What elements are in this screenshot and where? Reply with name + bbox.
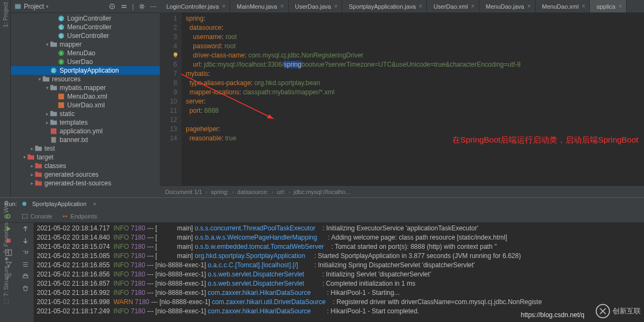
soft-wrap-icon[interactable] bbox=[22, 249, 29, 256]
web-tool-label[interactable]: ⊕ Web bbox=[2, 201, 9, 219]
tab-menudao-java[interactable]: MenuDao.java× bbox=[479, 0, 536, 12]
tree-node-banner-txt[interactable]: banner.txt bbox=[11, 136, 160, 144]
run-tabs: Console Endpoints bbox=[0, 210, 644, 223]
svg-rect-36 bbox=[35, 173, 42, 177]
run-header: Run: SportplayApplication × bbox=[0, 198, 644, 210]
editor-tabs[interactable]: LoginController.java×MainMenu.java×UserD… bbox=[160, 0, 644, 13]
tree-node-generated-test-sources[interactable]: ▸generated-test-sources bbox=[11, 179, 160, 188]
close-icon[interactable]: × bbox=[419, 3, 422, 9]
breadcrumb[interactable]: Document 1/1›spring:›datasource:›url:›jd… bbox=[160, 185, 644, 197]
annotation-text: 在SpringBoot后端运行启动类，启动后端SpringBoot bbox=[452, 135, 638, 144]
tab-sportplayapplication-java[interactable]: SportplayApplication.java× bbox=[342, 0, 427, 12]
tree-node-mybatis-mapper[interactable]: ▾mybatis.mapper bbox=[11, 83, 160, 92]
scroll-icon[interactable] bbox=[22, 261, 29, 268]
print-icon[interactable] bbox=[22, 273, 29, 280]
tree-node-templates[interactable]: ▸templates bbox=[11, 118, 160, 127]
collapse-icon[interactable] bbox=[120, 3, 128, 10]
hide-icon[interactable]: — bbox=[150, 3, 157, 10]
close-icon[interactable]: × bbox=[582, 3, 585, 9]
svg-text:I: I bbox=[61, 51, 62, 55]
close-icon[interactable]: × bbox=[281, 3, 284, 9]
tree-node-sportplayapplication[interactable]: CSportplayApplication bbox=[11, 66, 160, 75]
close-icon[interactable]: × bbox=[334, 3, 337, 9]
svg-rect-24 bbox=[50, 112, 57, 117]
tree-node-application-yml[interactable]: application.yml bbox=[11, 127, 160, 136]
crumb-3[interactable]: url: bbox=[277, 189, 285, 195]
svg-rect-27 bbox=[50, 120, 53, 121]
structure-tool-label[interactable]: ⬚ 7: Structure bbox=[2, 266, 9, 305]
tree-node-menucontroller[interactable]: CMenuController bbox=[11, 23, 160, 31]
tree-node-menudao-xml[interactable]: MenuDao.xml bbox=[11, 92, 160, 101]
crumb-2[interactable]: datasource: bbox=[237, 189, 268, 195]
tree-node-logincontroller[interactable]: CLoginController bbox=[11, 14, 160, 23]
svg-rect-49 bbox=[174, 56, 177, 57]
tree-node-generated-sources[interactable]: ▸generated-sources bbox=[11, 170, 160, 179]
left-tool-strip: ⊕ Web ★ 2: Favorites ⬚ 7: Structure bbox=[0, 201, 11, 305]
svg-rect-25 bbox=[50, 111, 53, 113]
run-config-icon[interactable] bbox=[21, 201, 28, 207]
sidebar-header: Project ▾ | — bbox=[11, 0, 160, 13]
svg-point-3 bbox=[141, 5, 143, 7]
tab-userdao-xml[interactable]: UserDao.xml× bbox=[427, 0, 479, 12]
svg-text:C: C bbox=[60, 17, 62, 21]
svg-text:C: C bbox=[60, 34, 62, 38]
tree-node-test[interactable]: ▸test bbox=[11, 144, 160, 153]
tab-menudao-xml[interactable]: MenuDao.xml× bbox=[536, 0, 590, 12]
svg-rect-61 bbox=[23, 275, 28, 278]
target-icon[interactable] bbox=[108, 3, 116, 10]
tree-node-target[interactable]: ▾target bbox=[11, 153, 160, 162]
tab-userdao-java[interactable]: UserDao.java× bbox=[289, 0, 342, 12]
svg-text:C: C bbox=[60, 25, 62, 29]
svg-rect-26 bbox=[50, 121, 57, 125]
bulb-icon[interactable] bbox=[172, 51, 179, 59]
close-icon[interactable]: × bbox=[619, 3, 622, 9]
crumb-1[interactable]: spring: bbox=[211, 189, 229, 195]
svg-text:C: C bbox=[52, 69, 55, 73]
project-tool-label[interactable]: 1: Project bbox=[2, 2, 9, 27]
svg-rect-23 bbox=[58, 102, 64, 108]
console-log[interactable]: 2021-05-02 20:18:14.717 INFO 7180 --- [ … bbox=[34, 223, 644, 322]
gear-icon[interactable] bbox=[138, 3, 146, 10]
tree-node-userdao-xml[interactable]: UserDao.xml bbox=[11, 101, 160, 110]
project-sidebar: Project ▾ | — CLoginControllerCMenuContr… bbox=[11, 0, 160, 197]
trash-icon[interactable] bbox=[22, 285, 29, 292]
crumb-0[interactable]: Document 1/1 bbox=[165, 189, 202, 195]
close-icon[interactable]: × bbox=[222, 3, 225, 9]
svg-rect-32 bbox=[28, 156, 34, 160]
tree-node-classes[interactable]: ▸classes bbox=[11, 162, 160, 170]
svg-point-2 bbox=[112, 5, 113, 7]
tab-mainmenu-java[interactable]: MainMenu.java× bbox=[230, 0, 288, 12]
svg-rect-20 bbox=[50, 86, 57, 91]
log-line: 2021-05-02 20:18:15.085 INFO 7180 --- [ … bbox=[37, 252, 644, 261]
sidebar-title: Project bbox=[24, 3, 44, 10]
dropdown-icon[interactable]: ▾ bbox=[46, 4, 49, 9]
crumb-4[interactable]: jdbc:mysql://localho... bbox=[294, 189, 350, 195]
down-icon[interactable] bbox=[22, 237, 29, 244]
editor-area: LoginController.java×MainMenu.java×UserD… bbox=[160, 0, 644, 197]
code-editor[interactable]: 在SpringBoot后端运行启动类，启动后端SpringBoot spring… bbox=[181, 13, 644, 185]
close-icon[interactable]: × bbox=[471, 3, 474, 9]
up-icon[interactable] bbox=[22, 225, 29, 233]
tree-node-static[interactable]: ▸static bbox=[11, 110, 160, 118]
log-line: 2021-05-02 21:18:16.856 INFO 7180 --- [n… bbox=[37, 270, 644, 279]
svg-rect-37 bbox=[35, 172, 38, 173]
svg-point-56 bbox=[66, 215, 67, 217]
tab-logincontroller-java[interactable]: LoginController.java× bbox=[160, 0, 230, 12]
tree-node-userdao[interactable]: IUserDao bbox=[11, 57, 160, 66]
tree-node-mapper[interactable]: ▾mapper bbox=[11, 40, 160, 49]
close-icon[interactable]: × bbox=[528, 3, 531, 9]
svg-rect-33 bbox=[28, 154, 30, 156]
tab-console[interactable]: Console bbox=[22, 213, 52, 220]
tab-applica[interactable]: applica× bbox=[590, 0, 627, 12]
tree-node-usercontroller[interactable]: CUserController bbox=[11, 31, 160, 40]
log-line: 2021-05-02 20:18:14.840 INFO 7180 --- [ … bbox=[37, 233, 644, 242]
favorites-tool-label[interactable]: ★ 2: Favorites bbox=[2, 222, 9, 262]
tab-endpoints[interactable]: Endpoints bbox=[62, 213, 97, 220]
svg-point-52 bbox=[23, 202, 27, 206]
svg-rect-31 bbox=[35, 146, 38, 147]
tree-node-menudao[interactable]: IMenuDao bbox=[11, 49, 160, 57]
line-gutter: 1234567891011121314 bbox=[160, 13, 181, 185]
file-tree[interactable]: CLoginControllerCMenuControllerCUserCont… bbox=[11, 13, 160, 197]
close-run-tab[interactable]: × bbox=[93, 201, 96, 207]
tree-node-resources[interactable]: ▾resources bbox=[11, 75, 160, 83]
